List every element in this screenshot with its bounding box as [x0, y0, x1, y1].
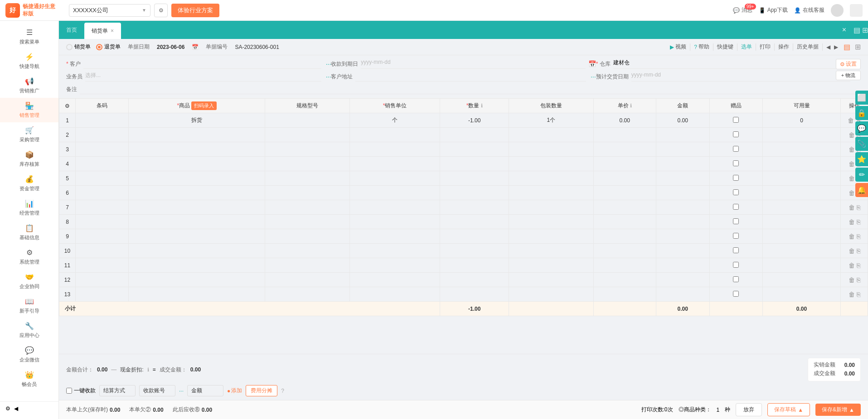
sidebar-item-finance[interactable]: 💰 资金管理	[0, 171, 58, 196]
sidebar-item-inventory[interactable]: 📦 库存核算	[0, 147, 58, 171]
delete-row-6[interactable]: 🗑	[848, 188, 856, 197]
one-click-pay-input[interactable]	[66, 388, 72, 394]
float-btn-6[interactable]: ✏	[855, 168, 868, 182]
abandon-button[interactable]: 放弃	[736, 403, 762, 416]
gift-checkbox-4[interactable]	[733, 160, 739, 166]
view-toggle-grid-icon[interactable]: ⊞	[855, 43, 861, 51]
settings-icon[interactable]: ⚙	[154, 4, 168, 17]
row-pkg-qty-1[interactable]: 1个	[509, 113, 593, 128]
shortcut-btn[interactable]: 快捷键	[717, 43, 733, 51]
row-barcode-1[interactable]	[76, 113, 129, 128]
print-btn[interactable]: 打印	[760, 43, 771, 51]
row-product-1[interactable]: 拆货	[129, 113, 265, 128]
one-click-pay-checkbox[interactable]: 一键收款	[66, 387, 96, 395]
copy-row-13[interactable]: ⎘	[856, 290, 861, 299]
logistics-button[interactable]: + 物流	[836, 71, 861, 80]
delete-row-11[interactable]: 🗑	[848, 261, 856, 270]
sidebar-item-basics[interactable]: 📋 基础信息	[0, 220, 58, 245]
settings-button[interactable]: ⚙ ⚙ 设置 设置	[836, 59, 861, 69]
select-btn[interactable]: 选单	[741, 43, 752, 51]
gift-checkbox-2[interactable]	[733, 131, 739, 137]
tab-close-icon[interactable]: ×	[111, 28, 114, 34]
warehouse-input[interactable]: 建材仓	[613, 59, 851, 69]
video-btn[interactable]: ▶ 视频	[670, 43, 686, 51]
row-amount-1[interactable]: 0.00	[656, 113, 709, 128]
gift-checkbox-13[interactable]	[733, 291, 739, 297]
nav-next-icon[interactable]: ▶	[834, 44, 838, 50]
company-selector[interactable]: XXXXXX公司 ▼	[69, 4, 150, 17]
sidebar-item-quick-nav[interactable]: ⚡ 快捷导航	[0, 49, 58, 73]
sidebar-item-member[interactable]: 👑 畅会员	[0, 367, 58, 391]
delete-row-9[interactable]: 🗑	[848, 232, 856, 241]
sidebar-item-apps[interactable]: 🔧 应用中心	[0, 318, 58, 342]
experience-button[interactable]: 体验行业方案	[171, 4, 219, 17]
due-date-calendar-icon[interactable]: 📅	[588, 60, 596, 67]
customer-addr-input[interactable]	[355, 72, 586, 82]
radio-return-order[interactable]: 退货单	[96, 43, 121, 51]
due-date-input[interactable]: yyyy-mm-dd	[361, 59, 585, 69]
tab-sales-order[interactable]: 销货单 ×	[84, 23, 121, 39]
list-view-icon[interactable]: ▤	[853, 26, 860, 34]
gift-checkbox-8[interactable]	[733, 218, 739, 224]
gift-checkbox-11[interactable]	[733, 262, 739, 268]
row-spec-1[interactable]	[265, 113, 349, 128]
sidebar-item-system[interactable]: ⚙ 系统管理	[0, 245, 58, 269]
copy-row-9[interactable]: ⎘	[856, 232, 861, 241]
save-new-button[interactable]: 保存&新增 ▲	[815, 404, 861, 416]
messages-button[interactable]: 💬 消息 99+	[733, 6, 752, 14]
row-qty-1[interactable]: -1.00	[440, 113, 509, 128]
copy-row-7[interactable]: ⎘	[856, 203, 861, 212]
customer-input[interactable]	[83, 59, 321, 69]
history-btn[interactable]: 历史单据	[797, 43, 819, 51]
gift-checkbox-1[interactable]	[733, 117, 739, 123]
float-btn-1[interactable]: ⬜	[855, 91, 868, 105]
pay-account-select[interactable]: 收款账号	[139, 385, 175, 396]
grid-view-icon[interactable]: ⊞	[862, 26, 868, 34]
nav-prev-icon[interactable]: ◀	[826, 44, 830, 50]
th-setting[interactable]: ⚙	[59, 99, 76, 113]
tab-close-main-icon[interactable]: ×	[842, 26, 846, 34]
delete-row-4[interactable]: 🗑	[848, 159, 856, 169]
gift-checkbox-3[interactable]	[733, 146, 739, 152]
delete-row-8[interactable]: 🗑	[848, 217, 856, 226]
gift-checkbox-9[interactable]	[733, 233, 739, 239]
sidebar-item-marketing[interactable]: 📢 营销推广	[0, 73, 58, 98]
cash-discount-help-icon[interactable]: ℹ	[147, 367, 149, 373]
float-btn-2[interactable]: 🔒	[855, 106, 868, 120]
float-btn-7[interactable]: 🔔	[855, 183, 868, 197]
addr-dots-icon[interactable]: ···	[591, 73, 596, 80]
save-draft-button[interactable]: 保存草稿 ▲	[767, 403, 810, 416]
sidebar-item-cooperation[interactable]: 🤝 企业协同	[0, 269, 58, 294]
sidebar-collapse-icon[interactable]: ◀	[14, 405, 18, 412]
avatar[interactable]	[831, 4, 844, 17]
price-help-icon[interactable]: ℹ	[630, 103, 632, 108]
account-dots-icon[interactable]: ···	[179, 388, 184, 394]
amount-field[interactable]: 金额	[187, 385, 223, 396]
expense-help-icon[interactable]: ?	[281, 388, 284, 394]
pay-method-select[interactable]: 结算方式	[99, 385, 136, 396]
sidebar-item-guide[interactable]: 📖 新手引导	[0, 294, 58, 318]
sidebar-item-wechat[interactable]: 💬 企业微信	[0, 342, 58, 367]
operate-btn[interactable]: 操作	[778, 43, 789, 51]
calendar-icon[interactable]: 📅	[192, 44, 199, 50]
avatar-menu[interactable]	[850, 4, 863, 17]
delete-row-13[interactable]: 🗑	[848, 290, 856, 299]
remarks-input[interactable]	[80, 84, 861, 94]
float-btn-3[interactable]: 💬	[855, 121, 868, 135]
view-toggle-list-icon[interactable]: ▤	[844, 43, 850, 51]
gift-checkbox-6[interactable]	[733, 189, 739, 195]
gift-checkbox-5[interactable]	[733, 175, 739, 181]
help-btn[interactable]: ? 帮助	[694, 43, 709, 51]
qty-help-icon[interactable]: ℹ	[481, 103, 483, 108]
delete-row-button-1[interactable]: 🗑	[847, 116, 855, 125]
delete-row-7[interactable]: 🗑	[848, 203, 856, 212]
row-price-1[interactable]: 0.00	[593, 113, 656, 128]
radio-sales-order[interactable]: 销货单	[66, 43, 91, 51]
delete-row-10[interactable]: 🗑	[848, 246, 856, 255]
sidebar-settings-icon[interactable]: ⚙	[5, 405, 10, 412]
salesperson-dots-icon[interactable]: ···	[326, 73, 331, 80]
app-download-button[interactable]: 📱 App下载	[759, 6, 788, 14]
copy-row-11[interactable]: ⎘	[856, 261, 861, 270]
sidebar-item-purchase[interactable]: 🛒 采购管理	[0, 122, 58, 147]
float-btn-4[interactable]: 📎	[855, 137, 868, 151]
